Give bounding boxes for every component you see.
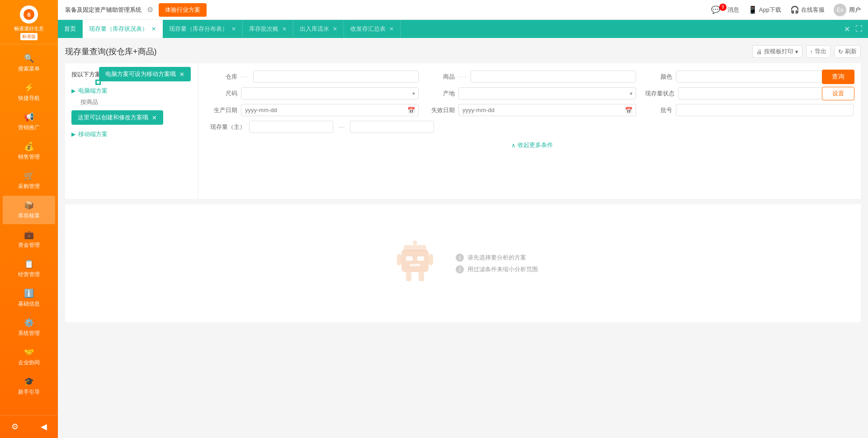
- print-template-button[interactable]: 🖨 按模板打印 ▾: [752, 45, 802, 58]
- sidebar-item-operations[interactable]: 📋 经营管理: [3, 254, 55, 283]
- sidebar-item-sales[interactable]: 💰 销售管理: [3, 137, 55, 165]
- avatar: Ea: [834, 4, 846, 16]
- product-input[interactable]: [471, 71, 636, 83]
- basic-info-icon: ℹ️: [24, 288, 34, 298]
- sidebar-item-quick-nav[interactable]: ⚡ 快捷导航: [3, 78, 55, 107]
- stock-main-from-input[interactable]: [249, 121, 333, 133]
- expiry-date-label: 失效日期: [428, 106, 455, 114]
- size-label: 尺码: [210, 89, 237, 98]
- sidebar-item-label: 搜索菜单: [18, 65, 40, 73]
- page-header: 现存量查询(按仓库+商品) 🖨 按模板打印 ▾ ↑ 导出 ↻ 刷新: [65, 45, 861, 58]
- enterprise-icon: 🤝: [24, 347, 34, 357]
- sidebar-item-label: 库存核算: [18, 212, 40, 220]
- sidebar-item-guide[interactable]: 🎓 新手引导: [3, 372, 55, 400]
- sidebar-item-label: 系统管理: [18, 330, 40, 337]
- tooltip-desktop-text: 电脑方案可设为移动方案哦: [105, 70, 176, 78]
- sidebar-item-marketing[interactable]: 📢 营销推广: [3, 108, 55, 136]
- page-actions: 🖨 按模板打印 ▾ ↑ 导出 ↻ 刷新: [752, 45, 861, 58]
- batch-input[interactable]: [676, 104, 854, 116]
- tip-text-2: 用过滤条件来缩小分析范围: [467, 265, 538, 273]
- mobile-scheme-label: 移动端方案: [78, 130, 108, 138]
- sales-icon: 💰: [24, 141, 34, 151]
- tab-inventory-status[interactable]: 现存量（库存状况表） ✕: [83, 20, 163, 38]
- tab-inventory-status-close[interactable]: ✕: [151, 26, 156, 32]
- empty-tip-1: 1 请先选择要分析的方案: [456, 254, 538, 262]
- expiry-date-input[interactable]: [458, 104, 636, 116]
- svg-text:6: 6: [27, 11, 30, 18]
- origin-select[interactable]: [458, 87, 636, 99]
- sidebar-item-system[interactable]: ⚙️ 系统管理: [3, 313, 55, 342]
- tooltip-create-close[interactable]: ✕: [152, 114, 157, 121]
- empty-tip-2: 2 用过滤条件来缩小分析范围: [456, 265, 538, 273]
- sidebar-item-basic-info[interactable]: ℹ️ 基础信息: [3, 284, 55, 312]
- warehouse-filter-row: 仓库 ···: [210, 71, 419, 83]
- tab-inventory-dist[interactable]: 现存量（库存分布表） ✕: [163, 20, 243, 38]
- system-name: 装备及固定资产辅助管理系统: [65, 6, 142, 14]
- sidebar-item-inventory[interactable]: 📦 库存核算: [3, 196, 55, 224]
- message-action[interactable]: 💬 9 消息: [711, 5, 739, 14]
- collapse-sidebar-icon[interactable]: ◀: [39, 420, 49, 433]
- tab-inventory-dist-close[interactable]: ✕: [231, 26, 236, 32]
- mobile-scheme-node[interactable]: ▶ 移动端方案: [71, 128, 192, 140]
- headset-icon: 🎧: [790, 5, 799, 14]
- message-label: 消息: [727, 6, 739, 14]
- sidebar-item-finance[interactable]: 💼 资金管理: [3, 225, 55, 254]
- tab-home-label: 首页: [64, 25, 76, 33]
- export-button[interactable]: ↑ 导出: [806, 45, 831, 58]
- tip-num-2: 2: [456, 265, 464, 273]
- settings-bottom-icon[interactable]: ⚙: [9, 420, 20, 433]
- svg-rect-5: [410, 264, 420, 266]
- expiry-date-wrap: 📅: [458, 104, 636, 116]
- online-service-action[interactable]: 🎧 在线客服: [790, 5, 825, 14]
- close-all-tabs-icon[interactable]: ✕: [842, 23, 852, 35]
- sidebar-item-purchase[interactable]: 🛒 采购管理: [3, 166, 55, 195]
- tab-collect-summary[interactable]: 收发存汇总表 ✕: [344, 20, 401, 38]
- settings-query-button[interactable]: 设置: [822, 87, 854, 100]
- user-menu[interactable]: Ea 用户: [834, 4, 861, 16]
- gear-icon[interactable]: ⚙: [147, 5, 153, 14]
- mobile-icon: 📱: [748, 5, 757, 14]
- size-select[interactable]: [241, 87, 419, 99]
- production-date-label: 生产日期: [210, 106, 237, 114]
- sidebar-item-label: 经营管理: [18, 271, 40, 278]
- tab-in-out-flow-close[interactable]: ✕: [333, 26, 337, 32]
- refresh-button[interactable]: ↻ 刷新: [834, 45, 861, 58]
- sidebar-item-label: 营销推广: [18, 124, 40, 132]
- tab-batch-account[interactable]: 库存批次账 ✕: [243, 20, 293, 38]
- tooltip-desktop-close[interactable]: ✕: [179, 71, 184, 78]
- filter-card: 按以下方案查询 + ↻ « 电脑方案可设为移动方案哦 ✕: [65, 63, 861, 199]
- tab-collect-summary-close[interactable]: ✕: [389, 26, 394, 32]
- desktop-scheme-node[interactable]: ▶ 电脑端方案: [71, 85, 192, 97]
- product-dots[interactable]: ···: [458, 73, 467, 81]
- product-label: 商品: [428, 73, 455, 81]
- collapse-more-conditions[interactable]: ∧ 收起更多条件: [210, 137, 854, 153]
- tab-home[interactable]: 首页: [58, 20, 83, 38]
- trial-industry-button[interactable]: 体验行业方案: [159, 3, 207, 17]
- sidebar-item-label: 企业协同: [18, 359, 40, 367]
- empty-state: 1 请先选择要分析的方案 2 用过滤条件来缩小分析范围: [65, 204, 861, 322]
- production-date-input[interactable]: [241, 104, 419, 116]
- quick-nav-icon: ⚡: [24, 83, 34, 93]
- sidebar: 6 畅通通好生意 标准版 🔍 搜索菜单 ⚡ 快捷导航 📢 营销推广 💰 销售管理…: [0, 0, 58, 438]
- stock-main-label: 现存量（主）: [210, 123, 245, 131]
- warehouse-dots[interactable]: ···: [241, 73, 250, 81]
- tab-batch-account-close[interactable]: ✕: [282, 26, 287, 32]
- main-content: 现存量查询(按仓库+商品) 🖨 按模板打印 ▾ ↑ 导出 ↻ 刷新: [58, 38, 868, 438]
- tab-in-out-flow[interactable]: 出入库流水 ✕: [293, 20, 344, 38]
- app-download-action[interactable]: 📱 App下载: [748, 5, 781, 14]
- scheme-tooltip-desktop: 电脑方案可设为移动方案哦 ✕: [99, 67, 191, 81]
- sidebar-bottom: ⚙ ◀: [0, 415, 58, 438]
- expand-arrow-icon: ▶: [71, 88, 75, 94]
- maximize-icon[interactable]: ⛶: [854, 23, 864, 35]
- color-label: 颜色: [645, 73, 672, 81]
- production-date-row: 生产日期 📅: [210, 104, 419, 116]
- warehouse-input[interactable]: [253, 71, 419, 83]
- sidebar-item-enterprise[interactable]: 🤝 企业协同: [3, 343, 55, 371]
- logo-badge: 标准版: [20, 33, 38, 40]
- create-scheme-tooltip-wrap: 这里可以创建和修改方案哦 ✕: [71, 110, 192, 125]
- query-button[interactable]: 查询: [822, 70, 854, 84]
- stock-main-to-input[interactable]: [350, 121, 434, 133]
- sidebar-item-search-menu[interactable]: 🔍 搜索菜单: [3, 49, 55, 77]
- origin-label: 产地: [428, 89, 455, 98]
- scheme-by-product[interactable]: 按商品: [80, 97, 192, 108]
